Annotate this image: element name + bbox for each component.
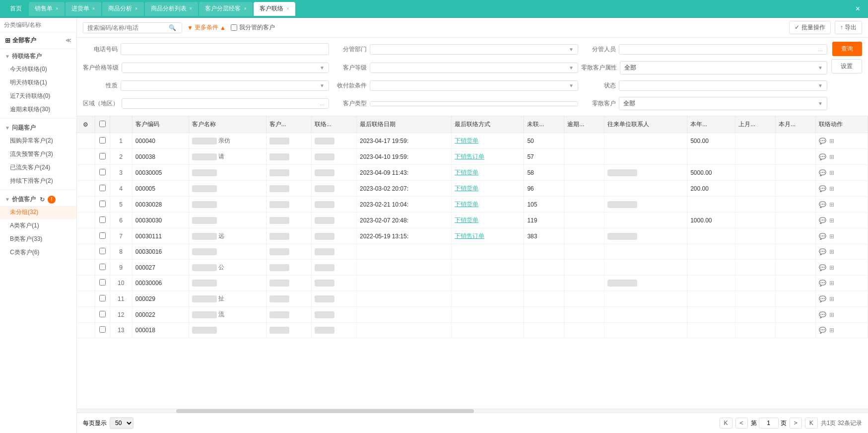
next-page-btn[interactable]: > xyxy=(790,418,802,429)
td-last-method-6[interactable]: 下销货单 xyxy=(452,213,524,228)
message-icon-10[interactable]: 💬 xyxy=(819,280,826,287)
td-last-method-11[interactable] xyxy=(452,291,524,307)
sidebar-item-class-a[interactable]: A类客户(1) xyxy=(0,219,76,232)
grid-action-icon-2[interactable]: ⊞ xyxy=(829,153,834,160)
td-checkbox-8[interactable] xyxy=(95,244,110,260)
grid-action-icon-1[interactable]: ⊞ xyxy=(829,138,834,144)
td-actions-9[interactable]: 💬 ⊞ xyxy=(815,260,868,276)
sidebar-group-value[interactable]: ▼ 价值客户 ↻ ! xyxy=(0,192,76,206)
td-actions-12[interactable]: 💬 ⊞ xyxy=(815,307,868,323)
first-page-btn[interactable]: K xyxy=(720,418,733,429)
tab-purchase[interactable]: 进货单 × xyxy=(66,2,101,16)
tab-customer-segment-close[interactable]: × xyxy=(244,6,247,11)
td-actions-1[interactable]: 💬 ⊞ xyxy=(815,133,868,149)
last-page-btn[interactable]: K xyxy=(805,418,818,429)
td-actions-3[interactable]: 💬 ⊞ xyxy=(815,165,868,181)
th-this-year[interactable]: 本年... xyxy=(687,116,735,133)
td-last-method-1[interactable]: 下销货单 xyxy=(452,133,524,149)
sidebar-item-overdue-pending[interactable]: 逾期未联络(30) xyxy=(0,103,76,116)
nature-select[interactable]: ▼ xyxy=(121,80,329,91)
td-checkbox-9[interactable] xyxy=(95,260,110,276)
message-icon-11[interactable]: 💬 xyxy=(819,295,826,302)
sidebar-collapse-icon[interactable]: ≪ xyxy=(66,37,71,44)
th-customer-name[interactable]: 客户名称 xyxy=(189,116,266,133)
sidebar-all-customers[interactable]: ⊞ 全部客户 ≪ xyxy=(0,32,76,49)
td-last-method-7[interactable]: 下销售订单 xyxy=(452,228,524,244)
sidebar-item-hoard-abnormal[interactable]: 囤购异常客户(2) xyxy=(0,134,76,147)
my-customers-checkbox[interactable] xyxy=(231,24,237,31)
tab-sales-close[interactable]: × xyxy=(56,6,59,11)
td-checkbox-4[interactable] xyxy=(95,181,110,197)
retail-customer-select[interactable]: 全部 ▼ xyxy=(619,97,827,110)
sidebar-group-problem[interactable]: ▼ 问题客户 xyxy=(0,121,76,134)
td-actions-5[interactable]: 💬 ⊞ xyxy=(815,197,868,213)
td-last-method-8[interactable] xyxy=(452,244,524,260)
tab-purchase-close[interactable]: × xyxy=(92,6,95,11)
th-assoc-contact[interactable]: 往来单位联系人 xyxy=(604,116,687,133)
prev-page-btn[interactable]: < xyxy=(735,418,748,429)
td-last-method-10[interactable] xyxy=(452,276,524,291)
batch-operation-btn[interactable]: ✓ 批量操作 xyxy=(789,21,830,34)
message-icon-13[interactable]: 💬 xyxy=(819,327,826,334)
value-group-refresh-icon[interactable]: ↻ xyxy=(40,196,45,203)
td-checkbox-7[interactable] xyxy=(95,228,110,244)
sidebar-item-7day-pending[interactable]: 近7天待联络(0) xyxy=(0,89,76,103)
select-all-checkbox[interactable] xyxy=(99,121,106,127)
region-select[interactable]: … xyxy=(122,98,329,109)
tab-customer-segment[interactable]: 客户分层经客 × xyxy=(199,2,253,16)
price-level-select[interactable]: ▼ xyxy=(122,63,329,73)
sidebar-search-input[interactable] xyxy=(4,21,77,28)
page-size-select[interactable]: 50 xyxy=(110,417,134,429)
th-customer-code[interactable]: 客户编码 xyxy=(132,116,189,133)
main-search-input[interactable] xyxy=(87,24,167,31)
message-icon-7[interactable]: 💬 xyxy=(819,233,826,240)
grid-action-icon-12[interactable]: ⊞ xyxy=(829,311,834,318)
td-last-method-9[interactable] xyxy=(452,260,524,276)
dept-select[interactable]: ▼ xyxy=(370,44,578,55)
td-actions-4[interactable]: 💬 ⊞ xyxy=(815,181,868,197)
grid-action-icon-3[interactable]: ⊞ xyxy=(829,169,834,176)
customer-type-select[interactable] xyxy=(370,101,578,106)
td-last-method-4[interactable]: 下销货单 xyxy=(452,181,524,197)
sidebar-item-class-b[interactable]: B类客户(33) xyxy=(0,232,76,246)
td-actions-8[interactable]: 💬 ⊞ xyxy=(815,244,868,260)
horizontal-scrollbar[interactable] xyxy=(77,409,868,413)
td-checkbox-3[interactable] xyxy=(95,165,110,181)
message-icon-9[interactable]: 💬 xyxy=(819,264,826,271)
th-last-contact-date[interactable]: 最后联络日期 xyxy=(356,116,451,133)
td-checkbox-1[interactable] xyxy=(95,133,110,149)
th-last-month[interactable]: 上月... xyxy=(735,116,776,133)
th-contact[interactable]: 联络... xyxy=(311,116,356,133)
td-last-method-3[interactable]: 下销货单 xyxy=(452,165,524,181)
grid-action-icon-10[interactable]: ⊞ xyxy=(829,280,834,287)
td-checkbox-10[interactable] xyxy=(95,276,110,291)
grid-action-icon-4[interactable]: ⊞ xyxy=(829,185,834,192)
payment-select[interactable]: ▼ xyxy=(370,80,578,91)
grid-action-icon-11[interactable]: ⊞ xyxy=(829,295,834,302)
sidebar-item-tomorrow-pending[interactable]: 明天待联络(1) xyxy=(0,76,76,89)
td-checkbox-11[interactable] xyxy=(95,291,110,307)
message-icon-6[interactable]: 💬 xyxy=(819,217,826,224)
th-checkbox[interactable] xyxy=(95,116,110,133)
td-actions-7[interactable]: 💬 ⊞ xyxy=(815,228,868,244)
message-icon-1[interactable]: 💬 xyxy=(819,138,826,144)
phone-input[interactable] xyxy=(121,43,329,55)
td-checkbox-13[interactable] xyxy=(95,323,110,338)
tab-product-analysis-list-close[interactable]: × xyxy=(190,6,193,11)
th-overdue[interactable]: 逾期... xyxy=(564,116,604,133)
retail-attr-select[interactable]: 全部 ▼ xyxy=(620,61,827,74)
status-select[interactable]: ▼ xyxy=(619,80,827,91)
td-checkbox-5[interactable] xyxy=(95,197,110,213)
sidebar-item-unclassified[interactable]: 未分组(32) xyxy=(0,206,76,219)
page-number-input[interactable] xyxy=(759,418,779,429)
td-checkbox-6[interactable] xyxy=(95,213,110,228)
td-actions-2[interactable]: 💬 ⊞ xyxy=(815,149,868,165)
td-actions-13[interactable]: 💬 ⊞ xyxy=(815,323,868,338)
td-last-method-5[interactable]: 下销货单 xyxy=(452,197,524,213)
reset-btn[interactable]: 设置 xyxy=(831,59,862,73)
grid-action-icon-8[interactable]: ⊞ xyxy=(829,248,834,255)
sidebar-group-pending[interactable]: ▼ 待联络客户 xyxy=(0,49,76,63)
th-no-contact-days[interactable]: 未联... xyxy=(524,116,564,133)
message-icon-5[interactable]: 💬 xyxy=(819,201,826,208)
manager-select[interactable]: … xyxy=(619,44,827,55)
